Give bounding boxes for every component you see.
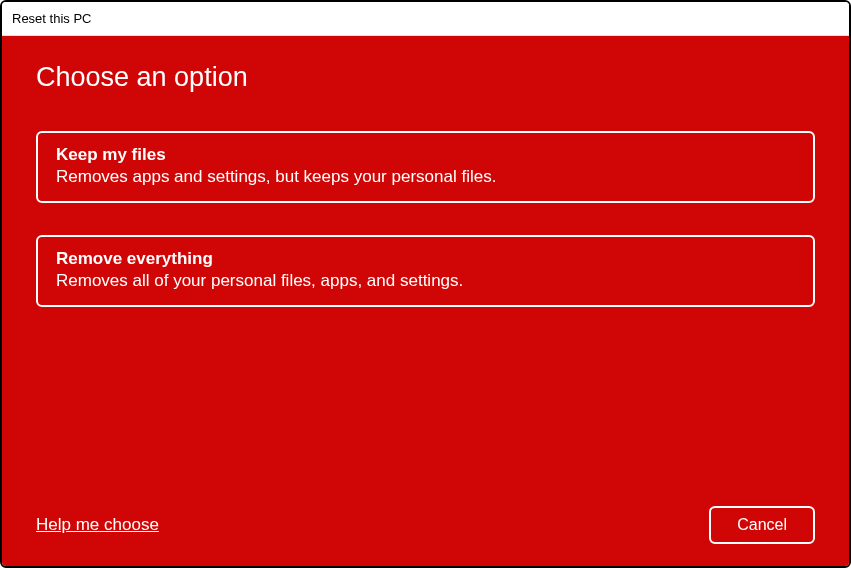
content-area: Choose an option Keep my files Removes a… — [2, 36, 849, 566]
help-me-choose-link[interactable]: Help me choose — [36, 515, 159, 535]
cancel-button[interactable]: Cancel — [709, 506, 815, 544]
option-keep-my-files[interactable]: Keep my files Removes apps and settings,… — [36, 131, 815, 203]
option-title: Remove everything — [56, 249, 795, 269]
reset-pc-window: Reset this PC Choose an option Keep my f… — [0, 0, 851, 568]
option-title: Keep my files — [56, 145, 795, 165]
option-remove-everything[interactable]: Remove everything Removes all of your pe… — [36, 235, 815, 307]
option-desc: Removes all of your personal files, apps… — [56, 271, 795, 291]
footer: Help me choose Cancel — [36, 506, 815, 544]
page-heading: Choose an option — [36, 62, 815, 93]
titlebar: Reset this PC — [2, 2, 849, 36]
option-desc: Removes apps and settings, but keeps you… — [56, 167, 795, 187]
window-title: Reset this PC — [12, 11, 91, 26]
